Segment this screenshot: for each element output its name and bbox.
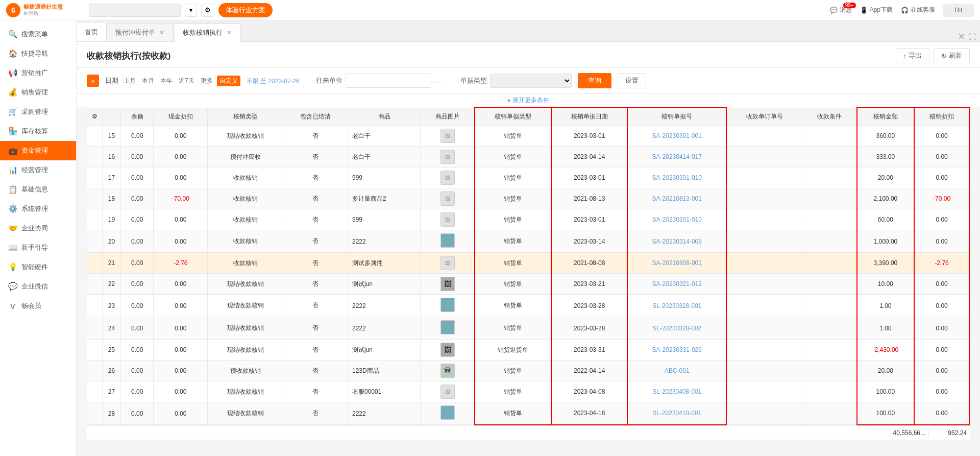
cell-receipt-condition [802, 147, 857, 167]
bill-no-link[interactable]: SL-20230328-002 [652, 325, 701, 332]
sidebar-item-finance[interactable]: 💼 资金管理 [0, 141, 76, 160]
date-label: 日期 [105, 76, 118, 85]
cell-verify-discount: 0.00 [914, 340, 969, 361]
date-custom[interactable]: 自定义 [217, 76, 240, 86]
service-area[interactable]: 🎧 在线客服 [901, 6, 935, 14]
export-btn[interactable]: ↑ 导出 [896, 48, 930, 63]
cell-include-settled: 否 [283, 317, 348, 340]
table-row: 21 0.00 -2.76 收款核销 否 测试多属性 🖼 销货单 2021-08… [87, 253, 970, 274]
from-unit-input[interactable] [346, 74, 431, 88]
tab-receipt-close[interactable]: ✕ [227, 29, 232, 36]
tab-bar: 首页 预付冲应付单 ✕ 收款核销执行 ✕ ✕ ⛶ [77, 20, 980, 42]
bill-no-link[interactable]: SA-20230414-017 [652, 153, 702, 160]
cell-cash-discount: 0.00 [154, 230, 208, 253]
bill-no-link[interactable]: SL-20230408-001 [652, 388, 701, 395]
filter-expand-btn[interactable]: » [87, 75, 99, 87]
cell-bill-no: SA-20230331-026 [627, 340, 726, 361]
bill-no-link[interactable]: SA-20210813-001 [652, 195, 702, 202]
cell-product-img: 🖼 [421, 253, 475, 274]
sidebar-item-system[interactable]: ⚙️ 系统管理 [0, 199, 76, 219]
cell-bill-date: 2021-08-08 [551, 253, 628, 274]
cell-verify-type: 现结收款核销 [208, 340, 283, 361]
bill-no-link[interactable]: SA-20230301-010 [652, 174, 702, 181]
cell-verify-type: 收款核销 [208, 230, 283, 253]
table-container[interactable]: ⚙ 余额 现金折扣 核销类型 包含已结清 商品 商品图片 核销单据类型 核销 [77, 107, 980, 456]
cell-bill-date: 2023-03-31 [551, 340, 628, 361]
top-search-input[interactable] [89, 4, 181, 17]
query-btn[interactable]: 查询 [578, 73, 611, 88]
date-this-year[interactable]: 本年 [158, 76, 175, 86]
cell-bill-no: SA-20230301-010 [627, 209, 726, 230]
cell-product: 2222 [348, 402, 421, 425]
sidebar-item-hardware[interactable]: 💡 智能硬件 [0, 257, 76, 277]
sidebar-item-quick[interactable]: 🏠 快捷导航 [0, 44, 76, 63]
expand-more-btn[interactable]: ▾ 展开更多条件 [507, 96, 549, 105]
cell-num: 26 [103, 361, 121, 381]
cell-bill-no: SA-20210813-001 [627, 188, 726, 209]
enterprise-icon: 🤝 [8, 224, 17, 233]
message-icon-area[interactable]: 💬 消息 99+ [830, 6, 852, 14]
settings-icon[interactable]: ⚙ [92, 113, 97, 120]
dropdown-btn[interactable]: ▾ [185, 4, 197, 17]
sidebar-label-finance: 资金管理 [21, 146, 48, 155]
cell-cash-discount: 0.00 [154, 126, 208, 147]
date-this-month[interactable]: 本月 [140, 76, 156, 86]
cell-cash-discount: 0.00 [154, 361, 208, 381]
cell-num: 19 [103, 209, 121, 230]
sidebar-item-sales[interactable]: 💰 销售管理 [0, 83, 76, 102]
sidebar-item-marketing[interactable]: 📢 营销推广 [0, 63, 76, 83]
sidebar-item-search[interactable]: 🔍 搜索菜单 [0, 25, 76, 44]
bill-no-link[interactable]: SL-20230328-001 [652, 302, 701, 309]
sidebar-item-wechat[interactable]: 💬 企业微信 [0, 277, 76, 296]
cell-bill-date: 2022-04-14 [551, 361, 628, 381]
cell-bill-report-type: 销货单 [475, 381, 551, 402]
sidebar-item-inventory[interactable]: 🏪 库存核算 [0, 122, 76, 141]
cell-product: 2222 [348, 317, 421, 340]
bill-no-link[interactable]: SA-20210808-001 [652, 259, 702, 267]
cell-product-img: 🖼 [421, 340, 475, 361]
cell-balance: 0.00 [121, 340, 154, 361]
bill-type-select[interactable] [490, 74, 572, 88]
tab-prepay[interactable]: 预付冲应付单 ✕ [107, 23, 173, 41]
bill-no-link[interactable]: SA-20230301-010 [652, 216, 702, 223]
tab-prepay-close[interactable]: ✕ [159, 29, 164, 36]
bill-no-link[interactable]: ABC-001 [665, 367, 690, 374]
cell-verify-discount: 0.00 [914, 126, 969, 147]
date-last-month[interactable]: 上月 [121, 76, 138, 86]
sidebar-item-basic[interactable]: 📋 基础信息 [0, 180, 76, 199]
tab-close-icon[interactable]: ✕ [958, 32, 965, 41]
user-avatar[interactable]: Rit [943, 4, 974, 17]
date-more[interactable]: 更多 [199, 76, 215, 86]
search-icon: 🔍 [8, 30, 17, 39]
cell-num: 28 [103, 402, 121, 425]
sidebar-item-purchase[interactable]: 🛒 采购管理 [0, 102, 76, 122]
cell-settings [87, 402, 103, 425]
sidebar-item-enterprise[interactable]: 🤝 企业协同 [0, 219, 76, 238]
sidebar-item-operation[interactable]: 📊 经营管理 [0, 160, 76, 180]
tab-home[interactable]: 首页 [77, 23, 107, 41]
refresh-btn[interactable]: ↻ 刷新 [934, 48, 970, 63]
gear-btn[interactable]: ⚙ [201, 4, 214, 17]
sidebar-item-guide[interactable]: 📖 新手引导 [0, 238, 76, 257]
sidebar-item-member[interactable]: V 畅会员 [0, 296, 76, 316]
app-download-area[interactable]: 📱 App下载 [860, 6, 893, 14]
bill-no-link[interactable]: SA-20230331-026 [652, 346, 702, 353]
setting-btn[interactable]: 设置 [618, 73, 646, 88]
bill-no-link[interactable]: SL-20230418-001 [652, 410, 701, 417]
cell-receipt-order-no [726, 317, 802, 340]
cell-product: 老白干 [348, 147, 421, 167]
bill-no-link[interactable]: SA-20230301-001 [652, 132, 702, 139]
cell-bill-no: SL-20230418-001 [627, 402, 726, 425]
cell-product: 老白干 [348, 126, 421, 147]
date-7days[interactable]: 近7天 [177, 76, 197, 86]
cell-bill-date: 2023-03-28 [551, 295, 628, 317]
bill-no-link[interactable]: SA-20230314-008 [652, 238, 702, 245]
tab-receipt[interactable]: 收款核销执行 ✕ [174, 23, 240, 42]
tab-expand-icon[interactable]: ⛶ [969, 33, 976, 41]
th-settings[interactable]: ⚙ [87, 108, 103, 126]
service-label: 在线客服 [911, 6, 935, 14]
cell-include-settled: 否 [283, 402, 348, 425]
cell-verify-amount: 360.00 [857, 126, 915, 147]
bill-no-link[interactable]: SA-20230321-012 [652, 280, 702, 287]
trial-btn[interactable]: 体验行业方案 [218, 3, 273, 17]
